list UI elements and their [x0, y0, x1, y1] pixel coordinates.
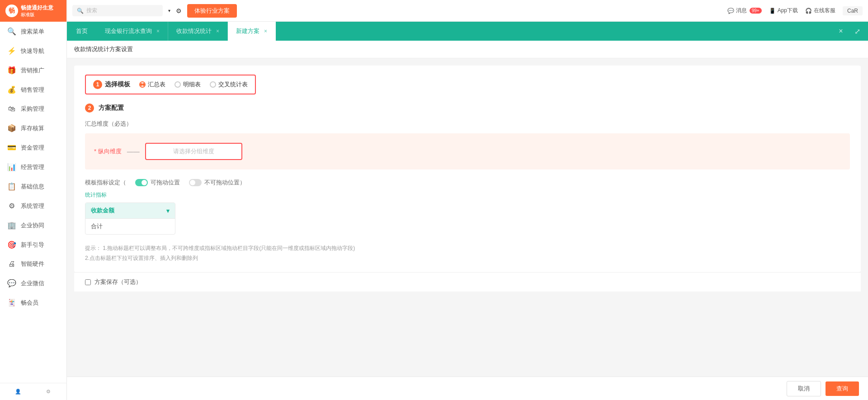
dimension-arrow: —— — [127, 148, 140, 155]
tab-label: 新建方案 — [236, 27, 259, 35]
template-radio-group: 汇总表 明细表 交叉统计表 — [139, 80, 248, 89]
tab-bar-actions: × ⤢ — [830, 22, 868, 41]
service-icon: 🎧 — [805, 8, 812, 14]
dimension-select-btn[interactable]: 请选择分组维度 — [145, 143, 242, 160]
query-button[interactable]: 查询 — [826, 381, 859, 396]
cancel-button[interactable]: 取消 — [787, 381, 821, 396]
tab-close-receipt-stat[interactable]: × — [216, 28, 219, 34]
tab-label: 现金银行流水查询 — [105, 27, 152, 35]
search-placeholder: 搜索 — [86, 7, 97, 14]
radio-cross[interactable]: 交叉统计表 — [210, 80, 248, 89]
header-gear-icon[interactable]: ⚙ — [176, 7, 182, 14]
sidebar-item-label: 搜索菜单 — [21, 28, 44, 36]
sidebar-bottom: 👤 ⚙ — [0, 383, 66, 400]
sales-icon: 💰 — [7, 85, 16, 94]
logo-icon: 畅 — [5, 5, 18, 17]
tab-bar: 首页 现金银行流水查询 × 收款情况统计 × 新建方案 × × ⤢ — [67, 22, 868, 41]
indicator-section: 统计指标 收款金额 ▾ 合计 — [85, 191, 175, 235]
tab-close-btn[interactable]: × — [835, 25, 847, 38]
basic-info-icon: 📋 — [7, 182, 16, 191]
indicator-section-label: 统计指标 — [85, 191, 175, 199]
search-bar[interactable]: 🔍 搜索 — [72, 5, 163, 16]
bottom-bar: 取消 查询 — [67, 376, 868, 400]
tab-receipt-stat[interactable]: 收款情况统计 × — [168, 22, 228, 41]
non-draggable-label: 不可拖动位置） — [204, 179, 245, 187]
radio-dot-summary — [139, 81, 146, 88]
sidebar-item-label: 快速导航 — [21, 47, 44, 55]
section1-number: 1 — [93, 80, 102, 89]
sidebar-item-label: 新手引导 — [21, 241, 44, 249]
config-section: 2 方案配置 汇总维度（必选） * 纵向维度 —— 请选择分组维度 — [85, 104, 850, 263]
sidebar-item-label: 企业协同 — [21, 221, 44, 230]
draggable-switch[interactable] — [135, 179, 148, 186]
tab-cash-bank[interactable]: 现金银行流水查询 × — [97, 22, 168, 41]
page-title: 收款情况统计方案设置 — [74, 46, 133, 52]
sidebar-item-smart-hw[interactable]: 🖨 智能硬件 — [0, 254, 66, 273]
sidebar-item-label: 智能硬件 — [21, 260, 44, 268]
notification-label: 消息 — [736, 7, 747, 14]
indicator-table-header[interactable]: 收款金额 ▾ — [85, 203, 175, 219]
industry-btn[interactable]: 体验行业方案 — [187, 4, 237, 18]
sidebar-settings-btn[interactable]: ⚙ — [34, 387, 63, 396]
sidebar-item-wechat[interactable]: 💬 企业微信 — [0, 273, 66, 293]
save-checkbox[interactable] — [85, 279, 91, 285]
online-service-item[interactable]: 🎧 在线客服 — [805, 7, 835, 14]
quick-nav-icon: ⚡ — [7, 47, 16, 55]
radio-label-cross: 交叉统计表 — [218, 80, 248, 89]
search-icon: 🔍 — [7, 27, 16, 36]
tip-line-1: 提示： 1.拖动标题栏可以调整布局，不可跨维度或指标区域拖动栏目字段(只能在同一… — [85, 244, 850, 254]
tab-label: 收款情况统计 — [176, 27, 212, 35]
radio-summary[interactable]: 汇总表 — [139, 80, 165, 89]
sidebar-item-newbie[interactable]: 🎯 新手引导 — [0, 235, 66, 254]
radio-dot-cross — [210, 81, 216, 88]
header-chevron-icon[interactable]: ▾ — [168, 8, 170, 13]
dimension-area: * 纵向维度 —— 请选择分组维度 — [85, 133, 850, 169]
sidebar-item-quick-nav[interactable]: ⚡ 快速导航 — [0, 41, 66, 61]
indicator-table: 收款金额 ▾ 合计 — [85, 202, 175, 235]
tab-fullscreen-btn[interactable]: ⤢ — [851, 25, 863, 38]
indicator-table-row: 合计 — [85, 219, 175, 234]
tab-close-new-plan[interactable]: × — [264, 28, 267, 34]
draggable-label: 可拖动位置 — [151, 179, 180, 187]
newbie-icon: 🎯 — [7, 240, 16, 249]
content-area: 1 选择模板 汇总表 明细表 — [67, 58, 868, 376]
tip-line-2: 2.点击标题栏下拉可设置排序、插入列和删除列 — [85, 254, 850, 264]
sidebar-item-inventory[interactable]: 📦 库存核算 — [0, 118, 66, 138]
form-card: 1 选择模板 汇总表 明细表 — [74, 66, 861, 272]
finance-icon: 💳 — [7, 143, 16, 152]
sidebar-item-basic-info[interactable]: 📋 基础信息 — [0, 177, 66, 196]
section2-number: 2 — [85, 104, 94, 113]
dimension-row: * 纵向维度 —— 请选择分组维度 — [94, 143, 242, 160]
tab-close-cash-bank[interactable]: × — [156, 28, 160, 34]
sidebar-item-marketing[interactable]: 🎁 营销推广 — [0, 61, 66, 80]
sidebar-user-btn[interactable]: 👤 — [4, 387, 33, 396]
sidebar-item-system[interactable]: ⚙ 系统管理 — [0, 196, 66, 216]
radio-detail[interactable]: 明细表 — [175, 80, 201, 89]
sidebar-item-member[interactable]: 🃏 畅会员 — [0, 293, 66, 312]
notification-item[interactable]: 💬 消息 99+ — [727, 7, 762, 14]
wechat-icon: 💬 — [7, 279, 16, 287]
smart-hw-icon: 🖨 — [7, 260, 16, 268]
sidebar-item-purchase[interactable]: 🛍 采购管理 — [0, 99, 66, 118]
user-display[interactable]: CaR — [843, 6, 863, 15]
tab-new-plan[interactable]: 新建方案 × — [228, 22, 276, 41]
radio-dot-detail — [175, 81, 181, 88]
sidebar-item-search-menu[interactable]: 🔍 搜索菜单 — [0, 22, 66, 41]
non-draggable-switch[interactable] — [189, 179, 202, 186]
sidebar-item-sales[interactable]: 💰 销售管理 — [0, 80, 66, 99]
page-title-bar: 收款情况统计方案设置 — [67, 41, 868, 58]
sidebar-item-operations[interactable]: 📊 经营管理 — [0, 157, 66, 177]
indicator-settings-label: 模板指标设定（ — [85, 179, 126, 187]
sidebar-item-finance[interactable]: 💳 资金管理 — [0, 138, 66, 157]
app-download-item[interactable]: 📱 App下载 — [769, 7, 798, 14]
indicator-dropdown-icon[interactable]: ▾ — [166, 207, 170, 214]
section2-header: 2 方案配置 — [85, 104, 850, 113]
enterprise-icon: 🏢 — [7, 221, 16, 230]
sidebar-item-label: 系统管理 — [21, 202, 44, 210]
tab-home[interactable]: 首页 — [67, 22, 97, 41]
header-actions: 💬 消息 99+ 📱 App下载 🎧 在线客服 CaR — [727, 6, 863, 15]
purchase-icon: 🛍 — [7, 105, 16, 113]
sidebar-item-enterprise[interactable]: 🏢 企业协同 — [0, 216, 66, 235]
sidebar-item-label: 基础信息 — [21, 183, 44, 191]
non-draggable-toggle: 不可拖动位置） — [189, 179, 245, 187]
